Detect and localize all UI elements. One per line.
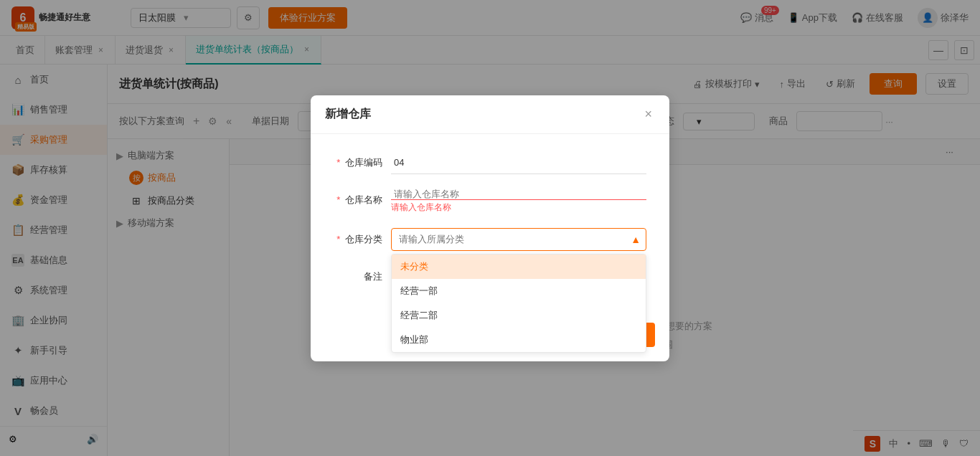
category-dropdown: 未分类 经营一部 经营二部 物业部 bbox=[391, 254, 646, 353]
dialog-close-btn[interactable]: × bbox=[641, 107, 655, 122]
name-field-wrap: 请输入仓库名称 bbox=[391, 189, 646, 214]
code-label: * 仓库编码 bbox=[334, 151, 391, 174]
name-input[interactable] bbox=[391, 189, 646, 200]
category-label: * 仓库分类 bbox=[334, 228, 391, 251]
form-row-code: * 仓库编码 bbox=[334, 151, 646, 174]
remark-label-text: 备注 bbox=[364, 271, 382, 282]
modal-overlay: 新增仓库 × * 仓库编码 * 仓库名称 bbox=[0, 0, 980, 456]
dropdown-item-dept2[interactable]: 经营二部 bbox=[392, 303, 646, 328]
form-row-category: * 仓库分类 ▲ 未分类 经营一部 经营二部 物业部 bbox=[334, 228, 646, 251]
dialog-header: 新增仓库 × bbox=[311, 95, 669, 134]
name-label: * 仓库名称 bbox=[334, 189, 391, 212]
code-required-star: * bbox=[336, 157, 340, 168]
form-row-name: * 仓库名称 请输入仓库名称 bbox=[334, 189, 646, 214]
name-error-msg: 请输入仓库名称 bbox=[391, 201, 646, 214]
dropdown-item-property[interactable]: 物业部 bbox=[392, 328, 646, 352]
name-required-star: * bbox=[336, 194, 340, 205]
add-warehouse-dialog: 新增仓库 × * 仓库编码 * 仓库名称 bbox=[311, 95, 669, 361]
category-input[interactable] bbox=[391, 228, 646, 251]
dropdown-item-dept1[interactable]: 经营一部 bbox=[392, 279, 646, 303]
code-label-text: 仓库编码 bbox=[345, 157, 382, 168]
remark-label: 备注 bbox=[334, 265, 391, 288]
dialog-title: 新增仓库 bbox=[325, 107, 371, 122]
dialog-body: * 仓库编码 * 仓库名称 请输入仓库名称 bbox=[311, 134, 669, 314]
name-label-text: 仓库名称 bbox=[345, 194, 382, 205]
code-input[interactable] bbox=[391, 151, 646, 174]
category-select-wrap: ▲ 未分类 经营一部 经营二部 物业部 bbox=[391, 228, 646, 251]
category-required-star: * bbox=[336, 234, 340, 244]
category-label-text: 仓库分类 bbox=[345, 234, 382, 244]
dropdown-item-uncategorized[interactable]: 未分类 bbox=[392, 255, 646, 279]
